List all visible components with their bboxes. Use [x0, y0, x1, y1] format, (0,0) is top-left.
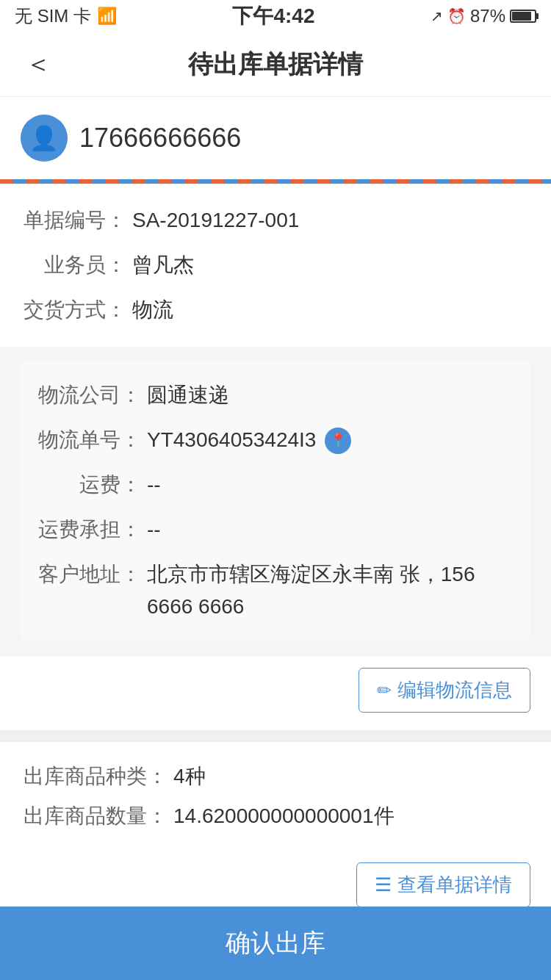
order-no-label: 单据编号： [24, 204, 126, 237]
goods-types-row: 出库商品种类： 4种 [24, 763, 527, 790]
confirm-btn-label: 确认出库 [226, 926, 325, 960]
status-carrier: 无 SIM 卡 📶 [15, 4, 117, 28]
delivery-label: 交货方式： [24, 294, 126, 327]
customer-section: 👤 17666666666 [0, 97, 551, 179]
goods-types-label: 出库商品种类： [24, 763, 168, 790]
company-row: 物流公司： 圆通速递 [38, 379, 513, 412]
view-detail-button[interactable]: ☰ 查看单据详情 [356, 862, 530, 907]
edit-btn-label: 编辑物流信息 [397, 677, 512, 703]
tracking-row: 物流单号： YT43064053424I3 📍 [38, 424, 513, 457]
goods-qty-label: 出库商品数量： [24, 802, 168, 830]
content-area: 👤 17666666666 单据编号： SA-20191227-001 业务员：… [0, 97, 551, 980]
address-label: 客户地址： [38, 558, 141, 591]
page-title: 待出库单据详情 [188, 48, 363, 82]
status-right: ↗ ⏰ 87% [431, 6, 536, 26]
order-info-section: 单据编号： SA-20191227-001 业务员： 曾凡杰 交货方式： 物流 [0, 184, 551, 347]
company-value: 圆通速递 [141, 379, 513, 412]
edit-btn-row: ✏ 编辑物流信息 [0, 656, 551, 730]
status-bar: 无 SIM 卡 📶 下午4:42 ↗ ⏰ 87% [0, 0, 551, 32]
list-icon: ☰ [375, 873, 392, 896]
salesman-row: 业务员： 曾凡杰 [24, 249, 527, 282]
freight-bear-value: -- [141, 514, 513, 547]
freight-label: 运费： [38, 469, 141, 502]
address-value: 北京市市辖区海淀区永丰南 张，156 6666 6666 [141, 558, 513, 624]
tracking-value-row: YT43064053424I3 📍 [141, 424, 513, 457]
goods-qty-value: 14.620000000000001件 [168, 802, 395, 830]
customer-row: 👤 17666666666 [21, 115, 530, 162]
nav-bar: ＜ 待出库单据详情 [0, 32, 551, 97]
goods-qty-row: 出库商品数量： 14.620000000000001件 [24, 802, 527, 830]
status-time: 下午4:42 [232, 2, 314, 30]
freight-value: -- [141, 469, 513, 502]
salesman-label: 业务员： [24, 249, 126, 282]
tracking-label: 物流单号： [38, 424, 141, 457]
logistics-box: 物流公司： 圆通速递 物流单号： YT43064053424I3 📍 运费： -… [21, 361, 530, 641]
avatar-icon: 👤 [29, 124, 59, 152]
location-icon: ↗ [431, 7, 443, 25]
company-label: 物流公司： [38, 379, 141, 412]
salesman-value: 曾凡杰 [126, 249, 527, 282]
edit-icon: ✏ [377, 680, 392, 701]
goods-types-value: 4种 [168, 763, 206, 790]
wifi-icon: 📶 [97, 7, 117, 26]
back-button[interactable]: ＜ [18, 39, 59, 90]
order-no-value: SA-20191227-001 [126, 204, 527, 237]
goods-section: 出库商品种类： 4种 出库商品数量： 14.620000000000001件 [0, 742, 551, 851]
tracking-value: YT43064053424I3 [147, 424, 316, 457]
freight-bear-label: 运费承担： [38, 514, 141, 547]
edit-logistics-button[interactable]: ✏ 编辑物流信息 [359, 668, 530, 713]
delivery-row: 交货方式： 物流 [24, 294, 527, 327]
map-pin-icon[interactable]: 📍 [325, 428, 351, 454]
order-no-row: 单据编号： SA-20191227-001 [24, 204, 527, 237]
battery-icon [510, 10, 536, 23]
view-btn-label: 查看单据详情 [397, 872, 512, 898]
section-separator [0, 730, 551, 742]
freight-row: 运费： -- [38, 469, 513, 502]
customer-phone: 17666666666 [79, 123, 241, 154]
carrier-text: 无 SIM 卡 [15, 4, 91, 28]
address-row: 客户地址： 北京市市辖区海淀区永丰南 张，156 6666 6666 [38, 558, 513, 624]
battery-text: 87% [470, 6, 505, 26]
confirm-btn-area[interactable]: 确认出库 [0, 907, 551, 980]
freight-bear-row: 运费承担： -- [38, 514, 513, 547]
delivery-value: 物流 [126, 294, 527, 327]
alarm-icon: ⏰ [447, 7, 466, 25]
avatar: 👤 [21, 115, 68, 162]
